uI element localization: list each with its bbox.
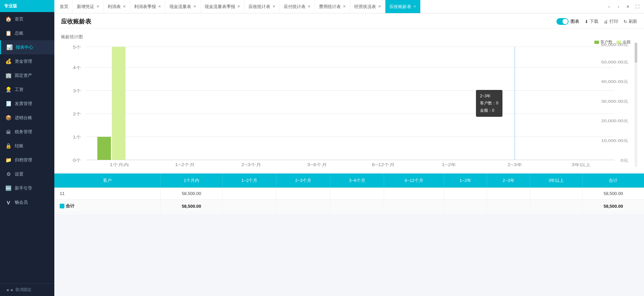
- tab-close-all-button[interactable]: ✕: [624, 3, 632, 11]
- col-m3: 2~3个月: [276, 174, 330, 188]
- tab-ap-stats-label: 应付统计表: [284, 4, 306, 10]
- sidebar-item-sales[interactable]: 📦 进销台账: [0, 111, 54, 125]
- sidebar-item-label: 固定资产: [15, 72, 32, 79]
- chart-scrollbar[interactable]: [635, 43, 637, 167]
- total-y2: [444, 200, 487, 213]
- download-label: 下载: [590, 18, 598, 24]
- aging-table: 客户 1个月内 1~2个月 2~3个月 3~6个月 6~12个月 1~2年 2~…: [54, 174, 644, 213]
- total-y3: [487, 200, 530, 213]
- download-icon: ⬇: [585, 19, 588, 24]
- col-m2: 1~2个月: [222, 174, 276, 188]
- col-customer: 客户: [54, 174, 160, 188]
- sidebar-item-salary[interactable]: 👷 工资: [0, 83, 54, 97]
- svg-text:1个月内: 1个月内: [110, 162, 128, 167]
- print-button[interactable]: 🖨 打印: [604, 18, 618, 24]
- tab-ar-stats-close[interactable]: ✕: [272, 4, 275, 9]
- cancel-pin-button[interactable]: ◄◄ 取消固定: [0, 284, 54, 296]
- sidebar-item-label: 资金管理: [15, 58, 32, 64]
- tab-fullscreen-button[interactable]: ⛶: [633, 3, 641, 11]
- tab-cashflow[interactable]: 现金流量表 ✕: [165, 0, 201, 13]
- svg-text:3~6个月: 3~6个月: [307, 162, 327, 167]
- svg-text:1个: 1个: [73, 135, 81, 140]
- guide-icon: 🆕: [5, 185, 11, 191]
- col-m1: 1个月内: [160, 174, 222, 188]
- cancel-pin-label: 取消固定: [15, 287, 32, 293]
- tab-cashflow-quarter[interactable]: 现金流量表季报 ✕: [201, 0, 245, 13]
- funds-icon: 💰: [5, 58, 11, 64]
- sidebar-item-tax[interactable]: 🏛 税务管理: [0, 125, 54, 139]
- tab-cashflow-close[interactable]: ✕: [193, 4, 196, 9]
- vip-icon: V: [5, 200, 11, 205]
- tab-operation-stats-close[interactable]: ✕: [378, 4, 381, 9]
- salary-icon: 👷: [5, 87, 11, 93]
- toggle-thumb: [562, 19, 568, 24]
- sidebar-item-closing[interactable]: 🔒 结账: [0, 139, 54, 153]
- tab-ar-stats[interactable]: 应收统计表 ✕: [245, 0, 280, 13]
- sidebar-item-funds[interactable]: 💰 资金管理: [0, 54, 54, 68]
- col-m6: 3~6个月: [330, 174, 384, 188]
- tab-operation-stats-label: 经营状况表: [354, 4, 376, 10]
- cell-y3: [487, 188, 530, 200]
- sidebar-item-label: 新手引导: [15, 185, 32, 191]
- chart-title: 账龄统计图: [61, 34, 637, 40]
- app-logo: 专业版: [0, 0, 54, 12]
- tab-ar-aging-close[interactable]: ✕: [413, 4, 416, 9]
- refresh-label: 刷新: [629, 18, 637, 24]
- tab-profit-quarter[interactable]: 利润表季报 ✕: [130, 0, 165, 13]
- tab-cashflow-quarter-close[interactable]: ✕: [237, 4, 240, 9]
- col-y2: 1~2年: [444, 174, 487, 188]
- home-icon: 🏠: [5, 16, 11, 22]
- sidebar-item-assets[interactable]: 🏢 固定资产: [0, 68, 54, 83]
- chart-toggle-label: 图表: [571, 18, 579, 24]
- sidebar-item-ledger[interactable]: 📋 总账: [0, 26, 54, 40]
- toggle-track[interactable]: [556, 18, 569, 25]
- assets-icon: 🏢: [5, 72, 11, 79]
- sidebar-item-invoice[interactable]: 🧾 发票管理: [0, 97, 54, 111]
- chart-scrollbar-thumb[interactable]: [635, 43, 637, 63]
- tab-expense-stats-close[interactable]: ✕: [343, 4, 346, 9]
- sidebar-item-reports[interactable]: 📊 报表中心: [0, 40, 54, 54]
- total-m1: 58,500.00: [160, 200, 222, 213]
- tab-voucher-close[interactable]: ✕: [96, 4, 99, 9]
- refresh-button[interactable]: ↻ 刷新: [624, 18, 637, 24]
- tab-profit[interactable]: 利润表 ✕: [104, 0, 130, 13]
- total-text: 合计: [66, 203, 74, 209]
- total-m2: [222, 200, 276, 213]
- svg-text:0个: 0个: [73, 158, 81, 162]
- sidebar-item-vip[interactable]: V 畅会员: [0, 195, 54, 209]
- tab-expense-stats[interactable]: 费用统计表 ✕: [315, 0, 350, 13]
- cell-total: 58,500.00: [582, 188, 644, 200]
- tab-ar-aging[interactable]: 应收账龄表 ✕: [385, 0, 421, 13]
- tab-next-button[interactable]: ›: [614, 3, 623, 11]
- page-area: 应收账龄表 图表 ⬇ 下载 🖨 打印 ↻ 刷新: [54, 13, 644, 296]
- chart-toggle[interactable]: 图表: [556, 18, 579, 25]
- ledger-icon: 📋: [5, 30, 11, 36]
- tab-profit-quarter-close[interactable]: ✕: [158, 4, 161, 9]
- cell-y2: [444, 188, 487, 200]
- sidebar-item-label: 发票管理: [15, 101, 32, 107]
- sidebar-item-settings[interactable]: ⚙ 设置: [0, 167, 54, 181]
- sidebar-item-home[interactable]: 🏠 首页: [0, 12, 54, 26]
- svg-text:3年以上: 3年以上: [572, 162, 590, 167]
- print-icon: 🖨: [604, 19, 608, 24]
- tab-ap-stats[interactable]: 应付统计表 ✕: [280, 0, 315, 13]
- cell-m12: [384, 188, 444, 200]
- cell-customer: 11: [54, 188, 160, 200]
- tab-cashflow-label: 现金流量表: [169, 4, 191, 10]
- svg-text:20,000.00元: 20,000.00元: [601, 119, 628, 123]
- total-m12: [384, 200, 444, 213]
- chart-container: 账龄统计图 客户数 金额: [54, 29, 644, 172]
- sidebar-item-label: 税务管理: [15, 129, 32, 135]
- chart-wrapper: 0个 1个 2个 3个 4个 5个 0元 10,000.00元 20,000.0…: [61, 43, 637, 167]
- tab-voucher[interactable]: 新增凭证 ✕: [73, 0, 104, 13]
- download-button[interactable]: ⬇ 下载: [585, 18, 598, 24]
- tab-ap-stats-close[interactable]: ✕: [308, 4, 311, 9]
- tab-home[interactable]: 首页: [56, 0, 73, 13]
- sidebar-item-archive[interactable]: 📁 归档管理: [0, 153, 54, 167]
- sidebar-item-guide[interactable]: 🆕 新手引导: [0, 181, 54, 195]
- tab-operation-stats[interactable]: 经营状况表 ✕: [350, 0, 385, 13]
- tab-home-label: 首页: [60, 4, 68, 10]
- total-label: 合计: [54, 200, 160, 213]
- tab-prev-button[interactable]: ‹: [605, 3, 613, 11]
- tab-profit-close[interactable]: ✕: [123, 4, 126, 9]
